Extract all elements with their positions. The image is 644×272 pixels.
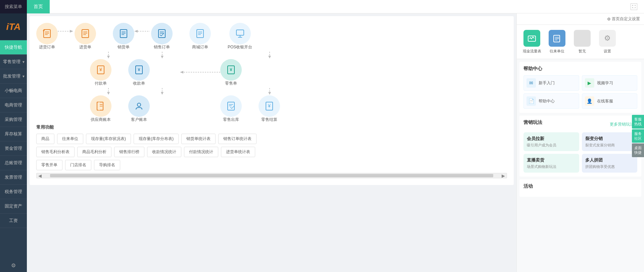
marketing-item-fission[interactable]: 裂变分销 裂变式发展分销商 — [582, 132, 638, 151]
receipt-label: 收款单 — [133, 81, 145, 86]
func-row-1: 商品 往来单位 现存量(库存状况表) 现存量(库存分布表) 销货单统计表 销售订… — [36, 134, 507, 144]
btn-inventory-dist[interactable]: 现存量(库存分布表) — [134, 134, 179, 144]
quick-access-partners[interactable]: 往来单位 — [547, 30, 567, 54]
flow-node-pos: POS收银开台 — [228, 23, 252, 50]
help-item-beginner[interactable]: ✉ 新手入门 — [523, 75, 579, 91]
svg-marker-44 — [161, 92, 164, 95]
stock-in-icon[interactable] — [75, 23, 96, 44]
btn-goods-profit[interactable]: 商品毛利分析 — [77, 147, 111, 157]
sidebar-item-ledger[interactable]: 总账管理 — [0, 156, 27, 170]
purchase-order-icon[interactable] — [36, 23, 58, 44]
sales-order-icon[interactable] — [151, 23, 173, 44]
svg-text:¥: ¥ — [99, 67, 102, 72]
flow-node-sales-order: 销售订单 — [151, 23, 173, 50]
scroll-left-arrow[interactable]: ◀ — [37, 173, 43, 178]
btn-guide-rank[interactable]: 导购排名 — [94, 160, 120, 170]
btn-purchase-stat[interactable]: 进货单统计表 — [221, 147, 255, 157]
btn-goods[interactable]: 商品 — [36, 134, 54, 144]
btn-receipt-stat[interactable]: 收款情况统计 — [147, 147, 181, 157]
v-sp2 — [181, 88, 197, 95]
sidebar-item-retail[interactable]: 零售管理 ▼ — [0, 55, 27, 69]
scroll-handle[interactable] — [50, 174, 493, 177]
help-item-help[interactable]: 📄 帮助中心 — [523, 93, 579, 109]
sidebar-item-wholesale[interactable]: 批发管理 ▼ — [0, 69, 27, 84]
btn-sales-stat[interactable]: 销货单统计表 — [181, 134, 216, 144]
btn-sales-order-stat[interactable]: 销售订单统计表 — [218, 134, 257, 144]
flow-row-3: 供应商账本 客户账本 — [36, 95, 328, 123]
float-btn-desktop[interactable]: 桌面快捷 — [632, 143, 644, 157]
retail-label: 零售单 — [225, 81, 237, 86]
none-label: 暂无 — [579, 49, 586, 54]
sidebar-item-ecom[interactable]: 小畅电商 — [0, 84, 27, 98]
flow-node-sales: 销货单 — [113, 23, 134, 50]
retail-out-icon[interactable] — [220, 95, 242, 117]
sidebar-item-assets[interactable]: 固定资产 — [0, 199, 27, 214]
quick-access-none[interactable]: 暂无 — [572, 30, 592, 54]
horizontal-scrollbar[interactable]: ◀ ▶ — [36, 173, 507, 178]
flow-node-retail: ¥ 零售单 — [220, 59, 242, 86]
beginner-icon: ✉ — [526, 78, 536, 88]
sidebar-item-tax[interactable]: 税务管理 — [0, 185, 27, 199]
partners-label: 往来单位 — [550, 49, 564, 54]
right-panel-header: ⚙ 首页自定义设置 — [517, 13, 644, 25]
svg-point-51 — [137, 103, 141, 106]
btn-sales-profit[interactable]: 销售毛利分析表 — [36, 147, 75, 157]
pos-icon[interactable] — [229, 23, 251, 44]
v-sp4 — [234, 88, 251, 95]
customize-link[interactable]: ⚙ 首页自定义设置 — [607, 16, 640, 22]
float-btn-service[interactable]: 客服热线 — [632, 115, 644, 129]
scroll-right-arrow[interactable]: ▶ — [500, 173, 507, 178]
btn-retail-order[interactable]: 零售开单 — [36, 160, 62, 170]
cashflow-icon — [523, 30, 540, 47]
retail-settle-icon[interactable]: ¥ — [259, 95, 280, 117]
marketing-item-live[interactable]: 直播卖货 场景式购物新玩法 — [523, 154, 579, 173]
sidebar-item-finance[interactable]: 资金管理 — [0, 141, 27, 156]
btn-store-rank[interactable]: 门店排名 — [65, 160, 91, 170]
btn-inventory-status[interactable]: 现存量(库存状况表) — [86, 134, 131, 144]
float-btn-community[interactable]: 服务社区 — [632, 129, 644, 143]
flow-row-1: 进货订单 进货单 — [36, 23, 328, 50]
chevron-down-icon: ▼ — [22, 60, 25, 64]
tab-home[interactable]: 首页 — [27, 0, 50, 13]
svg-text:¥: ¥ — [268, 103, 271, 108]
main-layout: iTA 快捷导航 零售管理 ▼ 批发管理 ▼ 小畅电商 电商管理 采购管理 库存… — [0, 13, 644, 272]
retail-icon[interactable]: ¥ — [220, 59, 242, 81]
fullscreen-btn[interactable]: ⛶ — [631, 3, 637, 10]
marketing-item-member[interactable]: 会员拉新 吸引用户成为会员 — [523, 132, 579, 151]
receipt-icon[interactable]: ¥ — [128, 59, 150, 81]
v-sp1 — [127, 88, 144, 95]
sales-icon[interactable] — [113, 23, 134, 44]
help-grid: ✉ 新手入门 ▶ 视频学习 📄 帮助中心 👤 在线客服 — [523, 75, 637, 109]
flow-node-customer-book: 客户账本 — [128, 95, 150, 123]
help-center-title: 帮助中心 — [523, 66, 637, 72]
settings-gear-icon[interactable]: ⚙ — [11, 262, 16, 269]
supplier-book-icon[interactable] — [90, 95, 111, 117]
pos-label: POS收银开台 — [228, 44, 252, 50]
payment-icon[interactable]: ¥ — [90, 59, 111, 81]
marketing-section: 营销玩法 更多营销玩法 > 会员拉新 吸引用户成为会员 裂变分销 裂变式发展分销… — [519, 116, 641, 177]
customer-book-icon[interactable] — [128, 95, 150, 117]
svg-rect-23 — [236, 30, 244, 35]
sidebar-item-inventory[interactable]: 库存核算 — [0, 127, 27, 141]
floating-buttons: 客服热线 服务社区 桌面快捷 — [632, 115, 644, 157]
sidebar-item-purchase[interactable]: 采购管理 — [0, 112, 27, 127]
sidebar-item-quicknav[interactable]: 快捷导航 — [0, 40, 27, 55]
btn-payment-stat[interactable]: 付款情况统计 — [184, 147, 218, 157]
btn-sales-rank[interactable]: 销售排行榜 — [114, 147, 144, 157]
group-sub: 拼团购物享受优惠 — [585, 164, 634, 169]
marketing-title: 营销玩法 — [523, 120, 542, 126]
quick-access-cashflow[interactable]: 现金流量表 — [522, 30, 542, 54]
search-menu-btn[interactable]: 搜索菜单 — [0, 0, 27, 13]
quick-access-settings[interactable]: ⚙ 设置 — [597, 30, 617, 54]
flow-diagram: 进货订单 进货单 — [36, 23, 328, 123]
sidebar-item-invoice[interactable]: 发票管理 — [0, 170, 27, 185]
sidebar-item-salary[interactable]: 工资 — [0, 214, 27, 228]
help-item-service[interactable]: 👤 在线客服 — [582, 93, 638, 109]
sidebar-item-ecomm2[interactable]: 电商管理 — [0, 98, 27, 112]
btn-partners[interactable]: 往来单位 — [57, 134, 83, 144]
help-item-video[interactable]: ▶ 视频学习 — [582, 75, 638, 91]
marketing-item-group[interactable]: 多人拼团 拼团购物享受优惠 — [582, 154, 638, 173]
beginner-label: 新手入门 — [539, 80, 555, 86]
svg-marker-46 — [268, 92, 271, 95]
mall-order-icon[interactable] — [189, 23, 211, 44]
